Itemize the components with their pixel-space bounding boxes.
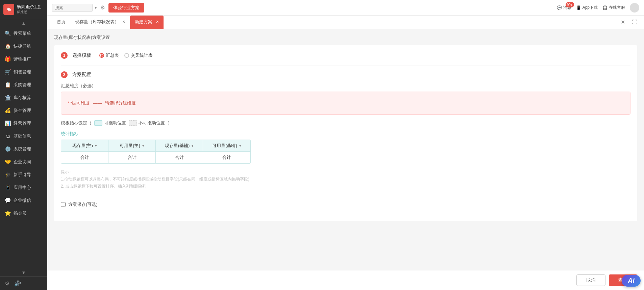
stats-summary-2: 合计 [175,154,184,161]
legend-draggable-label: 可拖动位置 [104,120,126,126]
radio-summary[interactable]: 汇总表 [99,52,119,58]
sidebar-label-inventory: 库存核算 [14,95,31,101]
stats-data-0: 合计 [61,152,108,163]
sidebar-item-app-center[interactable]: 📱 应用中心 [0,181,47,194]
stats-section: 统计指标 现存量(主) ▾ 可用量(主) ▾ 现存量(基辅) [61,131,630,164]
step2-row: 2 方案配置 [61,71,630,78]
industry-btn[interactable]: 体验行业方案 [108,3,144,13]
phone-icon: 📱 [576,5,581,10]
logo-text: 畅康通好生意 标准版 [17,4,41,15]
system-icon: ⚙️ [5,146,11,152]
sidebar-label-purchase: 采购管理 [14,82,31,88]
inventory-icon: 🏦 [5,95,11,101]
tab-home[interactable]: 首页 [52,16,70,29]
template-settings-label: 模板指标设定（ [61,120,92,126]
sidebar-item-marketing[interactable]: 🎁 营销推广 [0,53,47,66]
tab-close-btn[interactable]: ✕ [619,18,627,26]
sidebar-item-sales[interactable]: 🛒 销售管理 [0,66,47,78]
stats-summary-1: 合计 [128,154,137,161]
logo-icon: 畅 [3,4,14,15]
app-edition: 标准版 [17,10,41,15]
dimension-inner: **纵向维度 —— 请选择分组维度 [68,100,623,106]
sidebar-item-search-menu[interactable]: 🔍 搜索菜单 [0,27,47,40]
dropdown-icon[interactable]: ▾ [95,5,97,10]
template-settings-suffix: ） [168,120,172,126]
cancel-button[interactable]: 取消 [576,274,605,286]
gear-icon[interactable]: ⚙ [100,4,105,11]
stats-label: 统计指标 [61,131,630,137]
stats-col-label-2: 现存量(基辅) [165,143,190,149]
ai-badge[interactable]: Ai [622,275,641,287]
sidebar: 畅 畅康通好生意 标准版 ▲ 🔍 搜索菜单 🏠 快捷导航 🎁 营销推广 🛒 销售… [0,0,47,290]
settings-icon[interactable]: ⚙ [5,280,9,287]
tab-inventory-status[interactable]: 现存量（库存状况表） ✕ [70,16,130,29]
save-scheme-row: 方案保存(可选) [61,201,630,208]
tab-new-scheme[interactable]: 新建方案 ✕ [130,16,164,29]
user-avatar[interactable] [630,3,639,13]
divider-2 [61,196,630,196]
message-badge: 99+ [566,2,574,7]
online-service-item[interactable]: 🎧 在线客服 [602,5,625,10]
tab-home-label: 首页 [57,19,66,25]
tab-maximize-btn[interactable]: ⛶ [630,19,639,26]
radio-summary-dot [101,54,103,57]
quick-nav-icon: 🏠 [5,43,11,49]
chevron-2: ▾ [192,144,194,148]
sidebar-label-operation: 经营管理 [14,120,31,126]
wechat-icon: 💬 [5,197,11,203]
message-item[interactable]: 💬 消息 99+ [557,5,571,10]
stats-summary-0: 合计 [80,154,89,161]
step1-badge: 1 [61,52,68,59]
chevron-3: ▾ [239,144,241,148]
divider-1 [61,66,630,66]
enterprise-icon: 🤝 [5,159,11,165]
stats-summary-3: 合计 [222,154,231,161]
tips-item-0: 1.拖动标题栏可以调整布局，不可跨维度或指标区域拖动栏目字段(只能在同一维度或指… [61,176,630,183]
purchase-icon: 📋 [5,82,11,88]
step2-badge: 2 [61,71,68,78]
sidebar-item-enterprise[interactable]: 🤝 企业协同 [0,155,47,168]
sidebar-item-newbie[interactable]: 🎓 新手引导 [0,168,47,181]
content-area: 现存量(库存状况表)方案设置 1 选择模板 汇总表 交叉统计表 [47,29,644,270]
legend-draggable-box [94,120,102,126]
sidebar-item-finance[interactable]: 💰 资金管理 [0,104,47,117]
search-input[interactable] [52,4,93,12]
sidebar-item-basic-info[interactable]: 🗂 基础信息 [0,130,47,143]
chevron-1: ▾ [142,144,144,148]
sidebar-item-system[interactable]: ⚙️ 系统管理 [0,143,47,155]
step2-label: 方案配置 [72,72,91,78]
sidebar-item-quick-nav[interactable]: 🏠 快捷导航 [0,40,47,53]
sidebar-label-newbie: 新手引导 [14,172,31,178]
stats-header-3[interactable]: 可用量(基辅) ▾ [203,140,250,151]
message-icon: 💬 [557,5,562,10]
sidebar-item-purchase[interactable]: 📋 采购管理 [0,78,47,91]
sidebar-item-inventory[interactable]: 🏦 库存核算 [0,91,47,104]
radio-cross-label: 交叉统计表 [131,52,153,58]
app-center-icon: 📱 [5,185,11,191]
sidebar-item-operation[interactable]: 📊 经营管理 [0,117,47,130]
search-area: ▾ [52,4,97,12]
stats-header-1[interactable]: 可用量(主) ▾ [108,140,156,151]
sidebar-scroll-up[interactable]: ▲ [0,19,47,27]
sidebar-item-wechat[interactable]: 💬 企业微信 [0,194,47,207]
stats-header-2[interactable]: 现存量(基辅) ▾ [156,140,203,151]
stats-header-0[interactable]: 现存量(主) ▾ [61,140,108,151]
sidebar-label-basic-info: 基础信息 [14,133,31,139]
sidebar-item-member[interactable]: ⭐ 畅会员 [0,207,47,220]
chevron-0: ▾ [95,144,97,148]
sound-icon[interactable]: 🔊 [14,280,21,287]
sales-icon: 🛒 [5,69,11,75]
tabs-right-controls: ✕ ⛶ [619,18,639,26]
topbar-icons: 💬 消息 99+ 📱 App下载 🎧 在线客服 [557,3,639,13]
tab-new-scheme-close[interactable]: ✕ [156,20,159,24]
dimension-section: 汇总维度（必选） **纵向维度 —— 请选择分组维度 [61,83,630,115]
stats-table: 现存量(主) ▾ 可用量(主) ▾ 现存量(基辅) ▾ 可用量(基辅) [61,140,251,164]
radio-cross[interactable]: 交叉统计表 [124,52,153,58]
save-scheme-checkbox[interactable] [61,202,66,207]
tab-inventory-label: 现存量（库存状况表） [75,19,119,25]
tab-inventory-close[interactable]: ✕ [122,20,125,24]
sidebar-scroll-down[interactable]: ▼ [0,269,47,276]
basic-info-icon: 🗂 [5,133,11,139]
step1-label: 选择模板 [72,52,91,58]
app-download-item[interactable]: 📱 App下载 [576,5,598,10]
